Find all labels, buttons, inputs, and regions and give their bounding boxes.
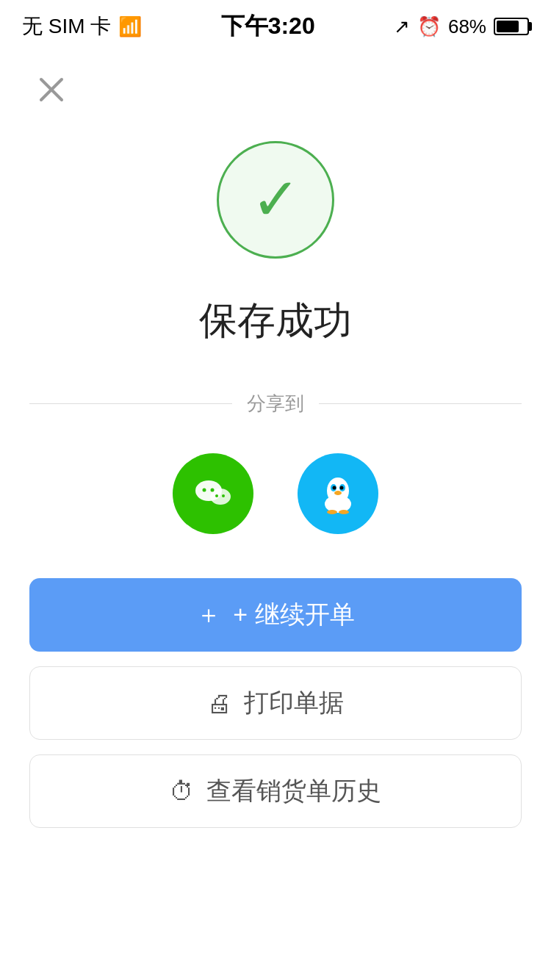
svg-point-5 [210, 488, 214, 491]
share-label: 分享到 [247, 391, 304, 417]
actions-container: ＋ + 继续开单 🖨 打印单据 ⏱ 查看销货单历史 [29, 578, 522, 828]
qq-icon [314, 470, 362, 518]
close-button[interactable] [29, 68, 73, 112]
svg-point-7 [222, 494, 225, 497]
sim-text: 无 SIM 卡 [22, 12, 111, 40]
clock-icon: ⏱ [170, 777, 195, 806]
continue-order-button[interactable]: ＋ + 继续开单 [29, 578, 522, 652]
divider-line-left [29, 403, 232, 404]
svg-point-4 [202, 488, 206, 491]
svg-point-15 [327, 510, 337, 514]
qq-share-button[interactable] [298, 453, 378, 534]
wechat-icon [190, 470, 237, 518]
wechat-share-button[interactable] [173, 453, 253, 534]
success-indicator: ✓ [217, 141, 334, 259]
arrow-icon: ↗ [394, 15, 410, 38]
svg-point-13 [334, 491, 342, 495]
svg-point-12 [339, 486, 343, 489]
plus-icon: ＋ [196, 598, 221, 632]
status-right: ↗ ⏰ 68% [394, 15, 529, 38]
svg-point-14 [325, 495, 351, 513]
print-button[interactable]: 🖨 打印单据 [29, 666, 522, 740]
svg-point-10 [332, 486, 336, 489]
share-divider: 分享到 [29, 391, 522, 417]
continue-order-label: + 继续开单 [233, 598, 354, 632]
divider-line-right [319, 403, 522, 404]
battery-bar [494, 18, 529, 35]
status-left: 无 SIM 卡 📶 [22, 12, 142, 40]
print-label: 打印单据 [244, 686, 344, 720]
history-button[interactable]: ⏱ 查看销货单历史 [29, 754, 522, 828]
svg-point-16 [339, 510, 349, 514]
status-bar: 无 SIM 卡 📶 下午3:20 ↗ ⏰ 68% [0, 0, 551, 53]
alarm-icon: ⏰ [417, 15, 441, 38]
share-icons-container [173, 453, 378, 534]
battery-text: 68% [448, 15, 486, 38]
history-label: 查看销货单历史 [206, 774, 381, 808]
printer-icon: 🖨 [207, 689, 232, 718]
close-icon [37, 75, 66, 104]
status-time: 下午3:20 [221, 10, 315, 43]
svg-point-6 [215, 494, 218, 497]
checkmark-icon: ✓ [251, 170, 300, 229]
success-title: 保存成功 [199, 295, 352, 347]
wifi-icon: 📶 [118, 15, 142, 38]
main-content: ✓ 保存成功 分享到 [0, 53, 551, 980]
share-section: 分享到 [29, 391, 522, 534]
